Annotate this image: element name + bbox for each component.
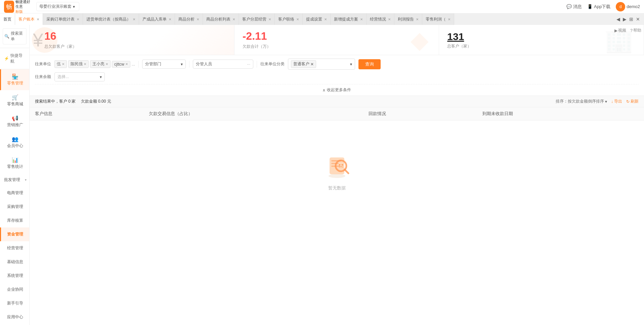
quick-nav-icon: ⚡ [4, 56, 9, 61]
tab-customer-segment[interactable]: 客户分层经营 ✕ [239, 13, 275, 25]
close-icon[interactable]: ✕ [448, 17, 450, 21]
remove-tag-wangxiaoliang[interactable]: ✕ [105, 62, 108, 66]
sidebar-item-enterprise-coop[interactable]: 企业协同 [0, 283, 29, 296]
close-icon[interactable]: ✕ [77, 17, 79, 21]
sidebar-item-app-center[interactable]: 应用中心 [0, 310, 29, 324]
close-icon[interactable]: ✕ [197, 17, 199, 21]
close-icon[interactable]: ✕ [169, 17, 171, 21]
sidebar-item-retail-stats[interactable]: 📊 零售统计 [0, 153, 29, 174]
close-icon[interactable]: ✕ [37, 17, 39, 21]
total-customers-number[interactable]: 131 [447, 31, 471, 42]
no-data-illustration [320, 147, 354, 181]
close-icon[interactable]: ✕ [360, 17, 363, 21]
member-icon: 👥 [12, 136, 18, 142]
sidebar-item-basic-info[interactable]: 基础信息 [0, 255, 29, 269]
close-icon[interactable]: ✕ [268, 17, 271, 21]
tab-home[interactable]: 首页 [0, 13, 15, 25]
video-icon: ▶ [614, 28, 617, 33]
tab-next-button[interactable]: ▶ [621, 16, 628, 22]
video-button[interactable]: ▶ 视频 [614, 28, 626, 33]
remove-tag-cjttcw[interactable]: ✕ [125, 62, 128, 66]
tab-customer-account[interactable]: 客户账本 ✕ [15, 13, 43, 25]
tab-close-all-button[interactable]: ✕ [635, 16, 641, 22]
remove-tag-wu[interactable]: ✕ [62, 62, 65, 66]
empty-icon [320, 147, 354, 181]
remove-tag-chenminqiang[interactable]: ✕ [84, 62, 86, 66]
tab-product-analysis[interactable]: 商品分析 ✕ [175, 13, 203, 25]
tab-retail-profit[interactable]: 零售利润（ ✕ [422, 13, 454, 25]
svg-point-9 [341, 164, 343, 166]
user-menu[interactable]: d demo2 [616, 2, 640, 11]
close-icon[interactable]: ✕ [388, 17, 391, 21]
search-menu-button[interactable]: 🔍 搜索菜单 [3, 28, 27, 44]
person-filter[interactable]: 分管人员 ··· [193, 60, 253, 69]
collapse-button[interactable]: ∧ 收起更多条件 [323, 86, 351, 94]
logo-text: 畅捷通好生意 标版 [15, 0, 34, 14]
tab-bar: 首页 客户账本 ✕ 采购订单统计表 ✕ 进货单统计表（按商品） ✕ 产成品入库单… [0, 13, 644, 25]
stat-card-debt-customers: ¥ 16 总欠款客户（家） [30, 25, 234, 55]
tab-prev-button[interactable]: ◀ [615, 16, 621, 22]
category-tag-normal[interactable]: 普通客户 ✕ [291, 60, 316, 68]
tab-product-into-warehouse[interactable]: 产成品入库单 ✕ [139, 13, 175, 25]
logo-area: 畅 畅捷通好生意 标版 [4, 0, 34, 14]
total-customers-label: 总客户（家） [447, 43, 471, 49]
svg-rect-4 [331, 163, 339, 164]
tab-purchase-stats-by-product[interactable]: 进货单统计表（按商品） ✕ [83, 13, 139, 25]
help-button[interactable]: ? 帮助 [630, 28, 641, 33]
filter-tag-cjttcw[interactable]: cjttcw ✕ [112, 61, 130, 68]
tab-product-analysis-list[interactable]: 商品分析列表 ✕ [203, 13, 239, 25]
sidebar-item-system-mgmt[interactable]: 系统管理 [0, 269, 29, 283]
remove-category-tag[interactable]: ✕ [310, 62, 314, 67]
balance-filter[interactable]: 选择... ▾ [54, 72, 105, 81]
messages-button[interactable]: 💬 消息 [566, 4, 582, 10]
sidebar-item-newbie-guide[interactable]: 新手引导 [0, 296, 29, 310]
app-download-button[interactable]: 📱 App下载 [587, 4, 610, 10]
collapse-bar: ∧ 收起更多条件 [35, 84, 639, 94]
empty-text: 暂无数据 [328, 185, 346, 191]
close-icon[interactable]: ✕ [324, 17, 327, 21]
download-icon: 📱 [587, 4, 593, 9]
chevron-right-icon: ▾ [25, 178, 27, 182]
retail-mall-icon: 🛒 [12, 94, 18, 101]
close-icon[interactable]: ✕ [296, 17, 299, 21]
sidebar-item-retail-mall[interactable]: 🛒 零售商城 [0, 90, 29, 111]
filter-tag-wu[interactable]: 伍 ✕ [54, 60, 67, 68]
content-area: ¥ 16 总欠款客户（家） ◆ -2.11 欠款合计（万） 🏢 [30, 25, 644, 325]
refresh-icon: ↻ [626, 99, 630, 104]
tab-profit-report[interactable]: 利润报告 ✕ [394, 13, 422, 25]
sort-button[interactable]: 排序：按欠款金额倒序排序 ▾ [556, 99, 607, 104]
sidebar-item-inventory-check[interactable]: 库存核算 [0, 214, 29, 227]
col-customer-info: 客户信息 [30, 107, 143, 120]
sidebar-item-operation-mgmt[interactable]: 经营管理 [0, 241, 29, 255]
sidebar-item-marketing[interactable]: 📢 营销推广 [0, 111, 29, 132]
close-icon[interactable]: ✕ [416, 17, 419, 21]
tab-promotion-settings[interactable]: 提成设置 ✕ [303, 13, 331, 25]
col-debt-info: 欠款交易信息（占比） [143, 107, 363, 120]
tab-purchase-order-stats[interactable]: 采购订单统计表 ✕ [43, 13, 83, 25]
sidebar-item-member-center[interactable]: 👥 会员中心 [0, 132, 29, 153]
sidebar-item-purchase-mgmt[interactable]: 采购管理 [0, 200, 29, 214]
filter-tag-chenminqiang[interactable]: 陈民强 ✕ [68, 60, 89, 68]
tab-business-situation[interactable]: 经营情况 ✕ [367, 13, 394, 25]
person-more-icon: ··· [247, 62, 250, 67]
sidebar-item-wholesale-mgmt[interactable]: 批发管理 ▾ [0, 174, 29, 186]
category-filter[interactable]: 普通客户 ✕ ▾ [288, 59, 355, 70]
close-icon[interactable]: ✕ [232, 17, 235, 21]
refresh-button[interactable]: ↻ 刷新 [626, 99, 639, 104]
tab-expand-button[interactable]: ⊞ [628, 16, 635, 22]
query-button[interactable]: 查询 [358, 59, 381, 69]
sidebar-item-finance-mgmt[interactable]: 资金管理 [0, 227, 29, 241]
company-filter-label: 往来单位 [35, 61, 51, 67]
filter-more-tags[interactable]: ... [132, 62, 135, 67]
workspace-selector[interactable]: 母婴行业演示账套 ▾ [36, 2, 79, 11]
sidebar-item-ecommerce-mgmt[interactable]: 电商管理 [0, 186, 29, 200]
balance-dropdown-icon: ▾ [100, 75, 102, 79]
tab-customer-contact[interactable]: 客户联络 ✕ [275, 13, 303, 25]
quick-nav-button[interactable]: ⚡ 快捷导航 [3, 51, 27, 66]
dept-filter[interactable]: 分管部门 ▾ [142, 60, 186, 69]
sidebar-item-retail-mgmt[interactable]: 🏪 零售管理 [0, 69, 29, 90]
export-button[interactable]: ↓ 导出 [611, 99, 622, 104]
tab-new-promotion-plan[interactable]: 新增提成方案 ✕ [331, 13, 367, 25]
close-icon[interactable]: ✕ [133, 17, 135, 21]
filter-tag-wangxiaoliang[interactable]: 王小亮 ✕ [90, 60, 111, 68]
